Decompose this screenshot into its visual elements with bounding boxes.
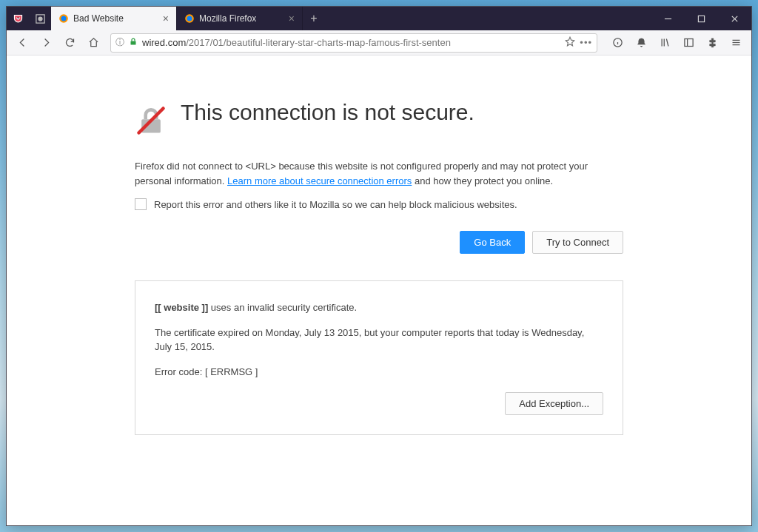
tab-label: Mozilla Firefox (199, 13, 256, 24)
toolbar: ⓘ wired.com/2017/01/beautiful-literary-s… (7, 30, 751, 55)
close-tab-icon[interactable]: × (289, 13, 295, 24)
toolbar-right (606, 33, 747, 53)
reload-button[interactable] (58, 33, 81, 53)
svg-point-3 (61, 16, 67, 21)
go-back-button[interactable]: Go Back (460, 231, 525, 254)
url-text: wired.com/2017/01/beautiful-literary-sta… (142, 37, 560, 48)
insecure-lock-icon (135, 104, 167, 137)
addons-icon[interactable] (701, 33, 723, 53)
content-area: This connection is not secure. Firefox d… (7, 55, 751, 525)
home-button[interactable] (82, 33, 104, 53)
error-description: Firefox did not connect to <URL> because… (135, 159, 623, 188)
firefox-favicon-icon (184, 13, 195, 24)
library-icon[interactable] (654, 33, 676, 53)
error-title: This connection is not secure. (181, 100, 474, 125)
bookmark-star-icon[interactable] (565, 36, 575, 49)
back-button[interactable] (11, 33, 33, 53)
cert-error-code: Error code: [ ERRMSG ] (155, 365, 603, 380)
new-tab-button[interactable]: + (303, 7, 325, 30)
info-icon[interactable] (606, 33, 628, 53)
try-to-connect-button[interactable]: Try to Connect (532, 231, 623, 254)
add-exception-button[interactable]: Add Exception... (505, 392, 603, 415)
svg-point-1 (38, 17, 42, 21)
lock-icon (129, 37, 138, 48)
box-icon[interactable] (29, 7, 51, 30)
report-row: Report this error and others like it to … (135, 198, 623, 210)
close-window-button[interactable] (718, 7, 751, 30)
window-controls (651, 7, 751, 30)
url-bar[interactable]: ⓘ wired.com/2017/01/beautiful-literary-s… (110, 33, 597, 53)
report-checkbox[interactable] (135, 198, 147, 210)
tab-label: Bad Website (73, 13, 124, 24)
page-actions-icon[interactable]: ••• (580, 37, 592, 48)
forward-button[interactable] (35, 33, 57, 53)
minimize-button[interactable] (651, 7, 685, 30)
tab-mozilla-firefox[interactable]: Mozilla Firefox × (177, 7, 303, 30)
tab-bad-website[interactable]: Bad Website × (51, 7, 177, 30)
notify-icon[interactable] (630, 33, 652, 53)
firefox-favicon-icon (58, 13, 69, 24)
button-row: Go Back Try to Connect (135, 231, 623, 254)
browser-window: Bad Website × Mozilla Firefox × + (6, 6, 752, 526)
learn-more-link[interactable]: Learn more about secure connection error… (227, 175, 412, 186)
site-info-icon[interactable]: ⓘ (115, 36, 124, 49)
close-tab-icon[interactable]: × (163, 13, 169, 24)
titlebar: Bad Website × Mozilla Firefox × + (7, 7, 751, 30)
report-label: Report this error and others like it to … (154, 199, 517, 210)
error-header: This connection is not secure. (135, 100, 623, 137)
menu-button[interactable] (725, 33, 747, 53)
cert-expired-line: The certificate expired on Monday, July … (155, 326, 603, 354)
error-page: This connection is not secure. Firefox d… (7, 55, 751, 435)
sidebar-icon[interactable] (677, 33, 700, 53)
maximize-button[interactable] (685, 7, 718, 30)
svg-point-5 (187, 16, 192, 21)
svg-rect-7 (698, 16, 704, 21)
svg-rect-12 (684, 39, 692, 47)
svg-rect-10 (131, 41, 136, 45)
titlebar-left (7, 7, 51, 30)
pocket-icon[interactable] (7, 7, 29, 30)
cert-invalid-line: [[ website ]] uses an invalid security c… (155, 300, 603, 315)
certificate-detail-box: [[ website ]] uses an invalid security c… (135, 280, 623, 435)
